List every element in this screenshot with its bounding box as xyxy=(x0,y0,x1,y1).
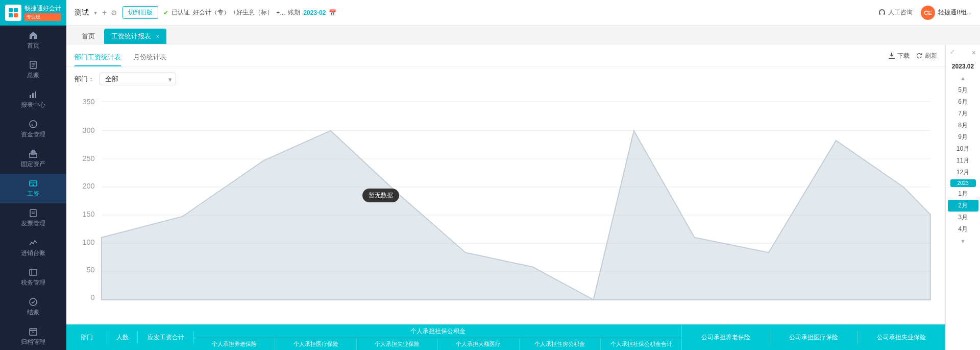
sidebar-item-salary[interactable]: 工资 xyxy=(0,174,66,203)
service-label: 人工咨询 xyxy=(888,8,913,17)
svg-rect-8 xyxy=(30,95,31,98)
home-icon xyxy=(29,31,38,40)
download-btn[interactable]: 下载 xyxy=(888,52,910,60)
certified-icon: ✔ xyxy=(163,9,168,16)
sidebar-logo: 畅捷通好会计 专业版 xyxy=(0,0,66,26)
sidebar-item-invoice[interactable]: 发票管理 xyxy=(0,203,66,233)
col-personal-housing: 个人承担住房公积金 xyxy=(520,338,601,350)
sidebar-item-label: 资金管理 xyxy=(21,130,45,139)
month-12[interactable]: 12月 xyxy=(948,167,978,178)
settings-icon[interactable]: ⚙ xyxy=(111,9,117,17)
svg-rect-19 xyxy=(30,209,36,217)
col-personal-total: 个人承担社保公积金合计 xyxy=(601,338,681,350)
col-company-unemployment: 公司承担失业保险 xyxy=(858,331,945,344)
month-7[interactable]: 7月 xyxy=(948,108,978,120)
calendar-icon[interactable]: 📅 xyxy=(329,9,336,16)
tab-salary-report[interactable]: 工资统计报表 × xyxy=(104,29,166,44)
content-main: 部门工资统计表 月份统计表 下载 刷新 部门： xyxy=(66,44,945,350)
status-good-accounting: 好会计（专） xyxy=(193,8,230,17)
col-group-personal: 个人承担社保公积金 个人承担养老保险 个人承担医疗保险 个人承担失业保险 个人承… xyxy=(194,325,682,350)
svg-rect-9 xyxy=(32,93,34,98)
svg-point-18 xyxy=(33,184,34,186)
service-btn[interactable]: 人工咨询 xyxy=(878,8,913,17)
col-total-salary: 应发工资合计 xyxy=(138,331,194,344)
close-panel-icon[interactable]: × xyxy=(972,49,976,57)
invoice-icon xyxy=(29,208,38,218)
col-personal-major-medical: 个人承担大额医疗 xyxy=(438,338,519,350)
sidebar-item-label: 工资 xyxy=(27,190,39,198)
download-icon xyxy=(888,52,895,59)
sidebar-item-label: 总账 xyxy=(27,71,39,80)
closing-icon xyxy=(29,297,38,307)
sidebar-item-label: 发票管理 xyxy=(21,219,45,228)
chart-area: 350 300 250 200 150 100 50 0 xyxy=(66,91,945,324)
col-company-medical: 公司承担医疗保险 xyxy=(770,331,858,344)
month-8[interactable]: 8月 xyxy=(948,120,978,131)
user-profile[interactable]: CE 轻捷通B组... xyxy=(921,6,972,20)
sub-tab-month[interactable]: 月份统计表 xyxy=(133,50,166,66)
month-6[interactable]: 6月 xyxy=(948,96,978,108)
sidebar-item-tax[interactable]: 税务管理 xyxy=(0,263,66,292)
sidebar-item-label: 报表中心 xyxy=(21,101,45,109)
sidebar-item-archive[interactable]: 归档管理 xyxy=(0,322,66,350)
year-badge: 2023 xyxy=(950,179,976,187)
dept-select-wrap: 全部 xyxy=(100,73,176,85)
add-icon[interactable]: + xyxy=(102,8,107,17)
sidebar-item-funds[interactable]: ¥ 资金管理 xyxy=(0,114,66,144)
svg-text:250: 250 xyxy=(82,154,94,162)
sidebar-item-label: 结账 xyxy=(27,308,39,317)
month-5[interactable]: 5月 xyxy=(948,84,978,96)
svg-text:350: 350 xyxy=(82,98,94,106)
content: 部门工资统计表 月份统计表 下载 刷新 部门： xyxy=(66,44,980,350)
svg-text:200: 200 xyxy=(82,182,94,190)
sidebar-item-fixed-assets[interactable]: 固定资产 xyxy=(0,144,66,174)
month-3[interactable]: 3月 xyxy=(948,212,978,223)
ledger-icon xyxy=(29,60,38,69)
col-dept: 部门 xyxy=(66,331,107,344)
project-name: 测试 xyxy=(75,8,89,17)
refresh-btn[interactable]: 刷新 xyxy=(916,52,937,60)
sidebar-item-reports[interactable]: 报表中心 xyxy=(0,85,66,114)
month-11[interactable]: 11月 xyxy=(948,155,978,167)
sidebar-menu: 首页 总账 报表中心 ¥ 资金管理 固定资产 工资 发票管理 进销台账 xyxy=(0,26,66,350)
topbar-status: ✔ 已认证 好会计（专） +好生意（标） +... 账期 2023-02 📅 xyxy=(163,8,336,17)
col-personal-medical: 个人承担医疗保险 xyxy=(275,338,356,350)
sidebar-item-closing[interactable]: 结账 xyxy=(0,292,66,322)
sidebar-item-sales[interactable]: 进销台账 xyxy=(0,233,66,263)
right-panel-date: 2023.02 xyxy=(952,63,974,70)
svg-rect-3 xyxy=(14,13,18,17)
status-certified: 已认证 xyxy=(172,8,190,17)
nav-down-btn[interactable]: ▼ xyxy=(957,235,969,247)
sidebar-item-label: 税务管理 xyxy=(21,278,45,287)
col-group-personal-cells: 个人承担养老保险 个人承担医疗保险 个人承担失业保险 个人承担大额医疗 个人承担… xyxy=(194,338,681,350)
svg-rect-0 xyxy=(9,8,13,12)
topbar-icons: + ⚙ xyxy=(102,8,117,17)
month-1[interactable]: 1月 xyxy=(948,188,978,200)
nav-up-btn[interactable]: ▲ xyxy=(957,72,969,84)
dept-filter-label: 部门： xyxy=(75,75,94,84)
expand-icon[interactable]: ⤢ xyxy=(950,49,954,55)
month-9[interactable]: 9月 xyxy=(948,131,978,143)
sidebar-item-home[interactable]: 首页 xyxy=(0,26,66,55)
month-10[interactable]: 10月 xyxy=(948,143,978,155)
sidebar: 畅捷通好会计 专业版 首页 总账 报表中心 ¥ 资金管理 固定资产 工资 xyxy=(0,0,66,350)
sidebar-item-general-ledger[interactable]: 总账 xyxy=(0,55,66,85)
svg-text:¥: ¥ xyxy=(31,123,34,127)
sales-icon xyxy=(29,238,38,247)
svg-rect-2 xyxy=(9,13,13,17)
month-2-active[interactable]: 2月 xyxy=(948,200,978,212)
sub-tab-dept[interactable]: 部门工资统计表 xyxy=(75,50,121,66)
sidebar-item-label: 固定资产 xyxy=(21,160,45,169)
status-more: +... xyxy=(276,9,285,16)
switch-old-btn[interactable]: 切到旧版 xyxy=(122,6,158,19)
tab-home[interactable]: 首页 xyxy=(75,29,102,44)
right-panel-nav: ▲ 5月 6月 7月 8月 9月 10月 11月 12月 2023 1月 2月 … xyxy=(946,72,980,247)
main-content: 测试 ▾ + ⚙ 切到旧版 ✔ 已认证 好会计（专） +好生意（标） +... … xyxy=(66,0,980,350)
dept-select[interactable]: 全部 xyxy=(100,73,176,85)
month-4[interactable]: 4月 xyxy=(948,223,978,235)
tab-close-icon[interactable]: × xyxy=(156,33,159,39)
chart-svg: 350 300 250 200 150 100 50 0 xyxy=(75,97,937,319)
svg-text:50: 50 xyxy=(86,266,94,274)
tabs-bar: 首页 工资统计报表 × xyxy=(66,26,980,44)
tax-icon xyxy=(29,268,38,277)
